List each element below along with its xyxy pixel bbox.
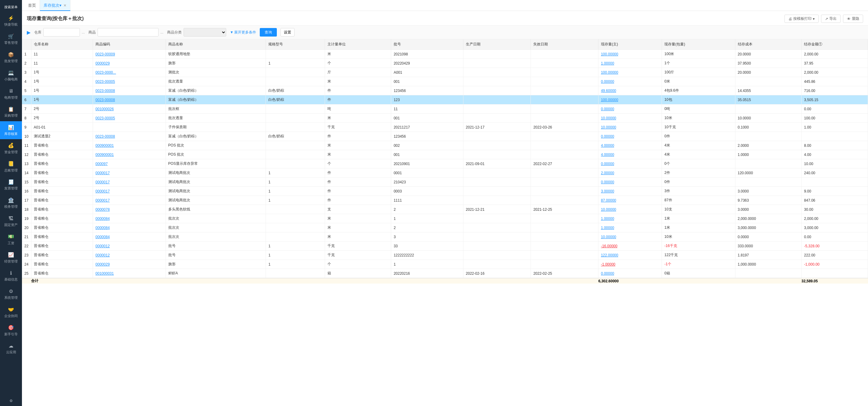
- sidebar-item-企业协同[interactable]: 🤝企业协同: [0, 303, 22, 322]
- table-row[interactable]: 20晋省粮仓0000084批次次米21.000001米3,000.00003,0…: [22, 223, 868, 232]
- sidebar-item-资金管理[interactable]: 💰资金管理: [0, 139, 22, 158]
- cell-商品编码[interactable]: 000900001: [93, 141, 166, 150]
- sidebar-item-工资[interactable]: 💵工资: [0, 230, 22, 248]
- table-row[interactable]: 2110000029旗形1个202204291.000001个37.950037…: [22, 59, 868, 68]
- cell-现存量(主)[interactable]: 10.00000: [598, 205, 661, 214]
- cell-现存量(主)[interactable]: 4.00000: [598, 141, 661, 150]
- sidebar-item-库存核算[interactable]: 📊库存核算: [0, 121, 22, 139]
- cell-商品编码[interactable]: 0000017: [93, 168, 166, 177]
- table-row[interactable]: 11晋省粮仓000900001POS 批次米0024.000004米2.0000…: [22, 141, 868, 150]
- category-select[interactable]: [184, 28, 226, 37]
- warehouse-input[interactable]: [43, 28, 80, 37]
- cell-商品编码[interactable]: 0000012: [93, 251, 166, 260]
- sidebar-item-系统管理[interactable]: ⚙系统管理: [0, 285, 22, 303]
- cell-商品编码[interactable]: 000097: [93, 159, 166, 168]
- cell-现存量(主)[interactable]: 100.00000: [598, 95, 661, 104]
- cell-现存量(主)[interactable]: -16.00000: [598, 241, 661, 251]
- cell-现存量(主)[interactable]: 1.00000: [598, 223, 661, 232]
- sidebar-item-税务管理[interactable]: 🏦税务管理: [0, 194, 22, 212]
- sidebar-item-快捷导航[interactable]: ⚡快捷导航: [0, 12, 22, 30]
- cell-商品编码[interactable]: 0000084: [93, 223, 166, 232]
- cell-现存量(主)[interactable]: 0.00000: [598, 269, 661, 278]
- expand-arrow-icon[interactable]: ▶: [27, 30, 30, 35]
- table-row[interactable]: 19晋省粮仓0000084批次次米11.000001米2,000.00002,0…: [22, 214, 868, 223]
- cell-现存量(主)[interactable]: 2.00000: [598, 168, 661, 177]
- table-row[interactable]: 13晋省粮仓000097POS显示库存异常个202109012021-09-01…: [22, 159, 868, 168]
- expand-conditions-button[interactable]: ▼ 展开更多条件: [230, 30, 256, 35]
- cell-现存量(主)[interactable]: 122.00000: [598, 251, 661, 260]
- table-row[interactable]: 21晋省粮仓0000084批次次米310.0000010米0.00000.00: [22, 232, 868, 241]
- cell-现存量(主)[interactable]: 87.00000: [598, 196, 661, 205]
- table-row[interactable]: 16晋省粮仓0000017测试电商批次1件00033.000003件3.0000…: [22, 187, 868, 196]
- sidebar-item-批发管理[interactable]: 📦批发管理: [0, 48, 22, 67]
- table-row[interactable]: 24晋省粮仓0000029旗形1个1-1.00000-1个1,000.0000-…: [22, 260, 868, 269]
- sidebar-search[interactable]: 搜索菜单: [0, 2, 22, 12]
- cell-商品编码[interactable]: 0000029: [93, 260, 166, 269]
- sidebar-item-新手引导[interactable]: 🎯新手引导: [0, 321, 22, 340]
- table-row[interactable]: 22晋省粮仓0000012批号1千克33-16.00000-16千克333.00…: [22, 241, 868, 251]
- cell-商品编码[interactable]: 0000084: [93, 232, 166, 241]
- cell-商品编码[interactable]: 0023-00009: [93, 49, 166, 59]
- cell-商品编码[interactable]: 0000017: [93, 187, 166, 196]
- sidebar-item-电商管理[interactable]: 🖥电商管理: [0, 85, 22, 103]
- cell-现存量(主)[interactable]: 1.00000: [598, 214, 661, 223]
- cell-现存量(主)[interactable]: 4.00000: [598, 150, 661, 159]
- tab-close-icon[interactable]: ✕: [63, 3, 66, 8]
- print-button[interactable]: 🖨 按模板打印 ▾: [784, 14, 818, 23]
- table-row[interactable]: 61号0023-00008富减（白色/奶棕）白色/奶棕件123100.00000…: [22, 95, 868, 104]
- cell-现存量(主)[interactable]: 10.00000: [598, 123, 661, 132]
- cell-商品编码[interactable]: 0023-0000...: [93, 68, 166, 77]
- sidebar-item-固定资产[interactable]: 🏗固定资产: [0, 212, 22, 231]
- cell-商品编码[interactable]: 0023-00005: [93, 113, 166, 123]
- table-row[interactable]: 25晋省粮仓001000031鲜虾A箱202202162022-02-16202…: [22, 269, 868, 278]
- cell-现存量(主)[interactable]: -1.00000: [598, 260, 661, 269]
- cell-现存量(主)[interactable]: 49.60000: [598, 86, 661, 95]
- cell-商品编码[interactable]: 0000012: [93, 241, 166, 251]
- tab-库存批次▾[interactable]: 库存批次▾✕: [40, 0, 70, 11]
- cell-商品编码[interactable]: 0000084: [93, 214, 166, 223]
- cell-商品编码[interactable]: 001000031: [93, 269, 166, 278]
- table-row[interactable]: 18晋省粮仓0000078多头黑色软线支22021-12-212021-12-2…: [22, 205, 868, 214]
- search-button[interactable]: 查询: [260, 28, 277, 37]
- table-row[interactable]: 82号0023-00005批次透显米00110.0000010米10.00001…: [22, 113, 868, 123]
- export-button[interactable]: ↗ 导出: [821, 14, 841, 23]
- sidebar-item-总账管理[interactable]: 📒总账管理: [0, 158, 22, 176]
- table-row[interactable]: 17晋省粮仓0000017测试电商批次1件111187.0000087件9.73…: [22, 196, 868, 205]
- cell-现存量(主)[interactable]: 0.00000: [598, 132, 661, 141]
- cell-现存量(主)[interactable]: 3.00000: [598, 187, 661, 196]
- cell-现存量(主)[interactable]: 0.00000: [598, 177, 661, 187]
- product-input[interactable]: [98, 28, 159, 37]
- table-row[interactable]: 9A01-01子件保质期千克202112172021-12-172022-03-…: [22, 123, 868, 132]
- cell-商品编码[interactable]: 0000017: [93, 177, 166, 187]
- cell-现存量(主)[interactable]: 0.00000: [598, 104, 661, 113]
- show-hide-button[interactable]: 👁 显隐: [843, 14, 863, 23]
- sidebar-item-基础信息[interactable]: ℹ基础信息: [0, 267, 22, 285]
- setting-button[interactable]: 设置: [280, 28, 294, 37]
- cell-现存量(主)[interactable]: 0.00000: [598, 77, 661, 86]
- cell-商品编码[interactable]: 0023-00008: [93, 95, 166, 104]
- table-row[interactable]: 14晋省粮仓0000017测试电商批次1件00012.000002件120.00…: [22, 168, 868, 177]
- table-row[interactable]: 31号0023-0000...测批次斤A001100.00000100斤20.0…: [22, 68, 868, 77]
- cell-商品编码[interactable]: 0000017: [93, 196, 166, 205]
- sidebar-item-经营管理[interactable]: 📈经营管理: [0, 248, 22, 267]
- cell-现存量(主)[interactable]: 0.00000: [598, 159, 661, 168]
- cell-商品编码[interactable]: 0000029: [93, 59, 166, 68]
- cell-商品编码[interactable]: 0000078: [93, 205, 166, 214]
- sidebar-item-零售管理[interactable]: 🛒零售管理: [0, 30, 22, 48]
- cell-商品编码[interactable]: 0023-00005: [93, 77, 166, 86]
- table-row[interactable]: 51号0023-00008富减（白色/奶棕）白色/奶棕件12345649.600…: [22, 86, 868, 95]
- sidebar-item-云应用[interactable]: ☁云应用: [0, 340, 22, 358]
- cell-现存量(主)[interactable]: 10.00000: [598, 113, 661, 123]
- cell-现存量(主)[interactable]: 100.00000: [598, 68, 661, 77]
- cell-现存量(主)[interactable]: 1.00000: [598, 59, 661, 68]
- cell-商品编码[interactable]: 0023-00008: [93, 132, 166, 141]
- sidebar-item-小脑电商[interactable]: 💻小脑电商: [0, 66, 22, 85]
- table-row[interactable]: 72号001000026批次框吨110.000000吨0.00: [22, 104, 868, 113]
- table-row[interactable]: 10测试透显20023-00008富减（白色/奶棕）白色/奶棕件1234560.…: [22, 132, 868, 141]
- cell-商品编码[interactable]: [93, 123, 166, 132]
- cell-现存量(主)[interactable]: 100.00000: [598, 49, 661, 59]
- table-row[interactable]: 15晋省粮仓0000017测试电商批次1件2104230.000000件: [22, 177, 868, 187]
- sidebar-item-发票管理[interactable]: 🧾发票管理: [0, 176, 22, 194]
- table-row[interactable]: 12晋省粮仓000900001POS 批次米0014.000004米1.0000…: [22, 150, 868, 159]
- table-row[interactable]: 23晋省粮仓0000012批号1千克1222222222122.00000122…: [22, 251, 868, 260]
